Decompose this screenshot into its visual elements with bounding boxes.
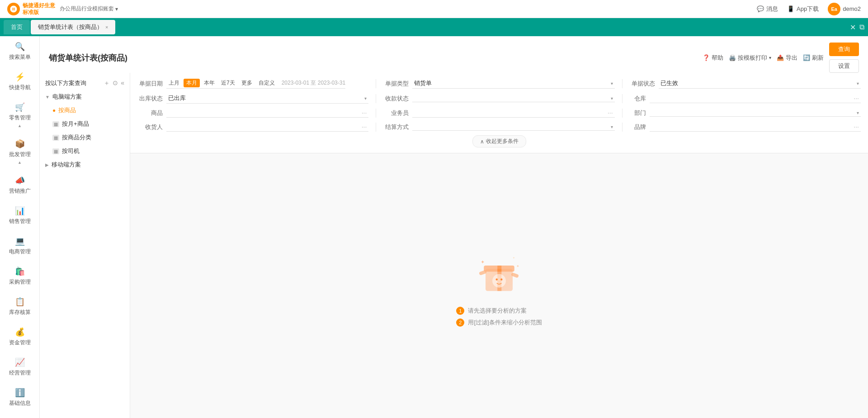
- tree-group-pc-header[interactable]: ▼ 电脑端方案: [40, 90, 130, 104]
- app-download-button[interactable]: 📱 App下载: [787, 5, 819, 13]
- sidebar-item-operations[interactable]: 📈 经营管理: [0, 352, 39, 382]
- sidebar-item-search[interactable]: 🔍 搜索菜单: [0, 36, 39, 66]
- sidebar-item-ecommerce[interactable]: 💻 电商管理: [0, 231, 39, 261]
- tab-home[interactable]: 首页: [4, 20, 30, 34]
- tree-settings-icon[interactable]: ⊙: [113, 79, 118, 87]
- filter-dept-select[interactable]: ▾: [650, 109, 861, 117]
- filter-warehouse-group: 仓库 ···: [630, 94, 861, 103]
- tree-group-pc-arrow-icon: ▼: [45, 95, 50, 100]
- collapse-row: ∧ 收起更多条件: [137, 135, 861, 147]
- filter-warehouse-input[interactable]: ···: [650, 94, 861, 103]
- tree-child-by-cashier[interactable]: ▦ 按司机: [47, 144, 130, 158]
- search-icon: 🔍: [15, 42, 25, 52]
- sidebar-item-purchase-label: 采购管理: [9, 278, 31, 286]
- refresh-button[interactable]: 🔄 刷新: [803, 54, 824, 62]
- date-shortcut-this-month[interactable]: 本月: [184, 79, 200, 87]
- tree-child-by-goods-category-icon: ▦: [52, 135, 59, 141]
- filter-divider-1: [376, 79, 376, 88]
- filter-staff-label: 业务员: [383, 109, 409, 117]
- filter-payment-status-group: 收款状态 ▾: [383, 95, 614, 103]
- tree-group-mobile-label: 移动端方案: [52, 161, 81, 169]
- sidebar-item-marketing[interactable]: 📣 营销推广: [0, 170, 39, 200]
- logo-icon: [7, 3, 20, 15]
- settings-button[interactable]: 设置: [829, 59, 859, 73]
- filter-brand-input[interactable]: ···: [650, 122, 861, 132]
- filter-warehouse-status-label: 出库状态: [137, 95, 163, 103]
- logo-text: 畅捷通好生意 标准版: [23, 2, 55, 15]
- template-print-button[interactable]: 🖨️ 按模板打印 ▾: [729, 54, 771, 62]
- tree-add-icon[interactable]: ＋: [104, 79, 110, 87]
- filter-divider-7: [376, 123, 376, 132]
- sidebar-item-inventory[interactable]: 📋 库存核算: [0, 291, 39, 322]
- filter-receiver-label: 收货人: [137, 123, 163, 131]
- sidebar-item-retail[interactable]: 🛒 零售管理 ▲: [0, 97, 39, 133]
- date-shortcut-custom[interactable]: 自定义: [256, 79, 277, 87]
- filter-tree-area: 按以下方案查询 ＋ ⊙ « ▼ 电脑端方案: [40, 73, 868, 418]
- inventory-icon: 📋: [15, 297, 25, 307]
- sidebar-item-wholesale[interactable]: 📦 批发管理 ▲: [0, 133, 39, 170]
- sidebar-item-search-label: 搜索菜单: [9, 53, 31, 61]
- date-shortcut-this-year[interactable]: 本年: [202, 79, 217, 87]
- tab-restore-icon[interactable]: ⧉: [859, 23, 864, 32]
- filter-warehouse-status-value: 已出库: [168, 94, 364, 102]
- collapse-button[interactable]: ∧ 收起更多条件: [472, 135, 526, 147]
- filter-settlement-select[interactable]: ▾: [412, 124, 614, 131]
- sidebar-item-retail-label: 零售管理: [9, 114, 31, 122]
- filter-warehouse-status-select[interactable]: 已出库 ▾: [166, 93, 368, 104]
- filter-staff-input[interactable]: ···: [412, 108, 614, 118]
- basic-info-icon: ℹ️: [15, 388, 25, 398]
- filter-doc-type-label: 单据类型: [383, 80, 409, 88]
- filter-divider-4: [622, 94, 623, 103]
- retail-icon: 🛒: [15, 102, 25, 112]
- sidebar-item-sales-mgmt[interactable]: 📊 销售管理: [0, 200, 39, 231]
- filter-receiver-dots-icon: ···: [362, 123, 367, 130]
- tree-panel: 按以下方案查询 ＋ ⊙ « ▼ 电脑端方案: [40, 73, 130, 418]
- date-shortcut-last-month[interactable]: 上月: [166, 79, 182, 87]
- filter-goods-group: 商品 ···: [137, 108, 368, 118]
- page-body: 🔍 搜索菜单 ⚡ 快捷导航 🛒 零售管理 ▲ 📦 批发管理 ▲ 📣 营销推广 📊…: [0, 36, 868, 418]
- page-title: 销货单统计表(按商品): [49, 52, 127, 63]
- tree-child-by-goods-category[interactable]: ▦ 按商品分类: [47, 131, 130, 144]
- filter-payment-status-label: 收款状态: [383, 95, 409, 103]
- tree-child-by-month-goods[interactable]: ▦ 按月+商品: [47, 117, 130, 131]
- query-button[interactable]: 查询: [829, 43, 859, 56]
- tab-bar: 首页 销货单统计表（按商品） × ✕ ⧉: [0, 18, 868, 36]
- tab-sales-stat[interactable]: 销货单统计表（按商品） ×: [31, 20, 115, 34]
- filter-row-4: 收货人 ··· 结算方式 ▾: [137, 122, 861, 132]
- message-button[interactable]: 💬 消息: [757, 5, 778, 13]
- date-shortcut-7days[interactable]: 近7天: [219, 79, 237, 87]
- refresh-icon: 🔄: [803, 54, 810, 61]
- svg-text:✦: ✦: [513, 256, 515, 259]
- app-title-dropdown[interactable]: 办公用品行业模拟账套 ▾: [60, 5, 118, 13]
- filter-staff-dots-icon: ···: [608, 109, 613, 116]
- tree-child-by-goods[interactable]: ● 按商品: [47, 104, 130, 117]
- sidebar-item-quick-nav[interactable]: ⚡ 快捷导航: [0, 66, 39, 97]
- purchase-icon: 🛍️: [15, 266, 25, 276]
- sidebar-item-basic-info[interactable]: ℹ️ 基础信息: [0, 382, 39, 413]
- collapse-up-icon: ∧: [480, 138, 484, 145]
- filter-doc-type-select[interactable]: 销货单 ▾: [412, 78, 614, 89]
- tree-group-mobile-header[interactable]: ▶ 移动端方案: [40, 158, 130, 171]
- sidebar-item-purchase[interactable]: 🛍️ 采购管理: [0, 261, 39, 291]
- filter-brand-group: 品牌 ···: [630, 122, 861, 132]
- sidebar-item-finance[interactable]: 💰 资金管理: [0, 322, 39, 352]
- filter-doc-status-select[interactable]: 已生效 ▾: [659, 78, 861, 89]
- export-button[interactable]: 📤 导出: [777, 54, 797, 62]
- sidebar-item-system[interactable]: ⚙️ 系统管理: [0, 413, 39, 418]
- date-shortcut-more[interactable]: 更多: [239, 79, 255, 87]
- sidebar-item-basic-info-label: 基础信息: [9, 399, 31, 407]
- filter-goods-input[interactable]: ···: [166, 108, 368, 118]
- tab-close-icon[interactable]: ×: [105, 24, 108, 30]
- dropdown-arrow-icon: ▾: [115, 6, 118, 12]
- user-area[interactable]: Ea demo2: [828, 3, 861, 15]
- filter-row-2: 出库状态 已出库 ▾ 收款状态 ▾: [137, 93, 861, 104]
- filter-payment-status-select[interactable]: ▾: [412, 95, 614, 102]
- retail-arrow-icon: ▲: [18, 124, 22, 128]
- filter-receiver-input[interactable]: ···: [166, 122, 368, 132]
- tree-collapse-icon[interactable]: «: [121, 79, 124, 87]
- help-button[interactable]: ❓ 帮助: [703, 54, 723, 62]
- tree-child-by-cashier-label: 按司机: [62, 147, 80, 155]
- filter-payment-status-arrow-icon: ▾: [611, 96, 613, 101]
- filter-warehouse-status-arrow-icon: ▾: [364, 96, 367, 101]
- tab-close-window-icon[interactable]: ✕: [850, 23, 856, 32]
